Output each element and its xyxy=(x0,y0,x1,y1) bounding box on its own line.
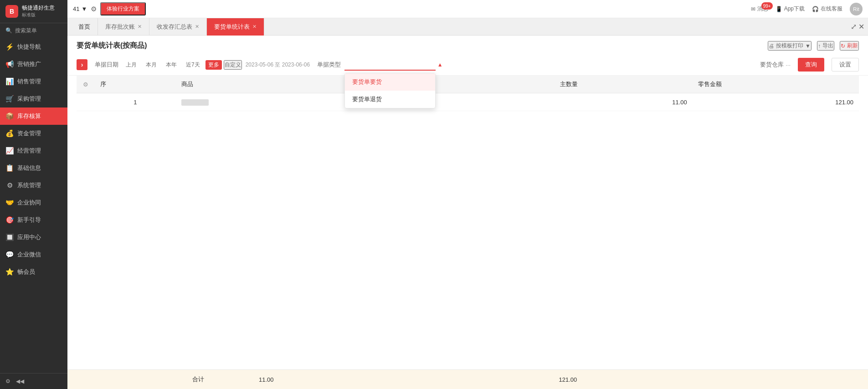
sidebar-item-operations[interactable]: 📈 经营管理 xyxy=(0,142,67,159)
sidebar-item-label: 快捷导航 xyxy=(17,43,41,51)
user-name: Rit xyxy=(853,6,859,12)
page-header: 要货单统计表(按商品) 🖨 按模板打印 ▼ ↑ 导出 ↻ 刷新 xyxy=(67,36,868,54)
set-button[interactable]: 设置 xyxy=(832,58,859,72)
page-title: 要货单统计表(按商品) xyxy=(77,41,147,51)
export-icon: ↑ xyxy=(818,43,821,49)
type-filter-arrow-icon[interactable]: ▲ xyxy=(437,61,443,68)
message-badge: 99+ xyxy=(761,2,773,10)
type-filter-label: 单据类型 xyxy=(317,61,341,69)
sidebar-item-label: 采购管理 xyxy=(17,95,41,103)
type-filter-input[interactable] xyxy=(344,59,436,71)
date-range-display: 2023-05-06 至 2023-06-06 xyxy=(246,61,310,69)
user-avatar[interactable]: Rit xyxy=(850,3,863,15)
sidebar-item-label: 经营管理 xyxy=(17,147,41,155)
tab-receive-summary-close[interactable]: ✕ xyxy=(195,24,199,30)
date-more-btn[interactable]: 更多 xyxy=(205,60,222,70)
sidebar-item-quick-nav[interactable]: ⚡ 快捷导航 xyxy=(0,38,67,56)
table-row: 1 块 11.00 121.00 xyxy=(77,93,859,111)
dropdown-item-order-in[interactable]: 要货单要货 xyxy=(345,73,435,91)
tab-close-all-icon[interactable]: ✕ xyxy=(858,22,864,31)
sidebar-search-label: 搜索菜单 xyxy=(15,27,37,35)
sidebar-item-wechat[interactable]: 💬 企业微信 xyxy=(0,246,67,263)
col-settings[interactable]: ⚙ xyxy=(77,76,95,93)
app-center-icon: 🔲 xyxy=(5,233,14,241)
sidebar-settings-icon[interactable]: ⚙ xyxy=(5,378,10,384)
promo-button[interactable]: 体验行业方案 xyxy=(100,2,146,15)
sidebar-item-label: 畅会员 xyxy=(17,268,35,276)
warehouse-more-icon[interactable]: ··· xyxy=(786,61,791,68)
tab-order-stats[interactable]: 要货单统计表 ✕ xyxy=(207,18,264,36)
template-chevron-icon: ▼ xyxy=(805,43,811,49)
marketing-icon: 📢 xyxy=(5,60,14,68)
sidebar-item-guide[interactable]: 🎯 新手引导 xyxy=(0,211,67,229)
sidebar-item-label: 库存核算 xyxy=(17,112,41,120)
export-button[interactable]: ↑ 导出 xyxy=(817,41,834,51)
query-button[interactable]: 查询 xyxy=(798,58,824,72)
tab-batch-account[interactable]: 库存批次账 ✕ xyxy=(98,18,149,36)
warehouse-filter-group: 要货仓库 ··· xyxy=(760,61,791,69)
date-filter-options: 上月 本月 本年 近7天 更多 自定义 xyxy=(122,60,242,70)
sidebar-item-system[interactable]: ⚙ 系统管理 xyxy=(0,177,67,194)
sidebar-collapse-button[interactable]: ◀◀ xyxy=(16,378,24,384)
sidebar-item-finance[interactable]: 💰 资金管理 xyxy=(0,125,67,142)
data-table: ⚙ 序 商品 主计量单位 主数量 零售金额 1 xyxy=(77,76,859,111)
row-settings-cell xyxy=(77,93,95,111)
date-7days-btn[interactable]: 近7天 xyxy=(182,60,204,70)
footer-total-label: 合计 xyxy=(113,375,213,384)
store-selector[interactable]: 41 ▼ xyxy=(73,5,87,12)
sidebar-item-collab[interactable]: 🤝 企业协同 xyxy=(0,194,67,211)
refresh-button[interactable]: ↻ 刷新 xyxy=(840,41,859,51)
wechat-icon: 💬 xyxy=(5,251,14,259)
app-download-button[interactable]: 📱 App下载 xyxy=(776,5,805,13)
date-custom-btn[interactable]: 自定义 xyxy=(224,60,242,70)
sidebar-item-vip[interactable]: ⭐ 畅会员 xyxy=(0,263,67,281)
message-button[interactable]: ✉ 消息 99+ xyxy=(751,5,768,13)
row-qty-cell: 11.00 xyxy=(555,93,693,111)
logo-title: 畅捷通好生意 xyxy=(22,5,55,12)
topbar-settings-icon[interactable]: ⚙ xyxy=(91,5,97,13)
tab-home[interactable]: 首页 xyxy=(71,18,98,36)
table-footer: 合计 11.00 121.00 xyxy=(67,369,868,389)
sidebar-items: ⚡ 快捷导航 📢 营销推广 📊 销售管理 🛒 采购管理 📦 库存核算 💰 资金管… xyxy=(0,38,67,373)
sidebar-item-sales[interactable]: 📊 销售管理 xyxy=(0,73,67,90)
type-filter-group: 单据类型 ▲ 要货单要货 要货单退货 xyxy=(317,59,753,71)
topbar-left: 41 ▼ ⚙ 体验行业方案 xyxy=(73,2,747,15)
col-product: 商品 xyxy=(176,76,360,93)
sidebar-search[interactable]: 🔍 搜索菜单 xyxy=(0,23,67,38)
dropdown-item-order-return[interactable]: 要货单退货 xyxy=(345,91,435,108)
basic-info-icon: 📋 xyxy=(5,164,14,172)
footer-qty: 11.00 xyxy=(259,376,559,383)
template-print-button[interactable]: 🖨 按模板打印 ▼ xyxy=(768,41,812,51)
operations-icon: 📈 xyxy=(5,147,14,155)
store-dropdown-icon: ▼ xyxy=(81,5,87,12)
service-button[interactable]: 🎧 在线客服 xyxy=(812,5,842,13)
tab-expand-icon[interactable]: ⤢ xyxy=(851,22,857,31)
table-body: 1 块 11.00 121.00 xyxy=(77,93,859,111)
footer-amount: 121.00 xyxy=(559,376,859,383)
filter-toggle-button[interactable]: › xyxy=(77,59,87,70)
tab-batch-account-close[interactable]: ✕ xyxy=(138,24,142,30)
sidebar-item-inventory[interactable]: 📦 库存核算 xyxy=(0,107,67,125)
date-this-month-btn[interactable]: 本月 xyxy=(142,60,160,70)
date-this-year-btn[interactable]: 本年 xyxy=(162,60,180,70)
tab-receive-summary-label: 收发存汇总表 xyxy=(157,23,192,31)
date-last-month-btn[interactable]: 上月 xyxy=(122,60,140,70)
sidebar-item-label: 新手引导 xyxy=(17,216,41,224)
inventory-icon: 📦 xyxy=(5,112,14,120)
sidebar-item-marketing[interactable]: 📢 营销推广 xyxy=(0,56,67,73)
sidebar-item-purchase[interactable]: 🛒 采购管理 xyxy=(0,90,67,107)
tab-batch-account-label: 库存批次账 xyxy=(105,23,135,31)
service-icon: 🎧 xyxy=(812,6,819,12)
sidebar-item-app-center[interactable]: 🔲 应用中心 xyxy=(0,229,67,246)
tab-order-stats-close[interactable]: ✕ xyxy=(252,24,257,30)
sidebar-item-label: 销售管理 xyxy=(17,77,41,86)
print-icon: 🖨 xyxy=(769,43,774,49)
date-filter-group: 单据日期 上月 本月 本年 近7天 更多 自定义 2023-05-06 至 20… xyxy=(95,60,310,70)
sidebar-item-basic-info[interactable]: 📋 基础信息 xyxy=(0,159,67,177)
page-content: 要货单统计表(按商品) 🖨 按模板打印 ▼ ↑ 导出 ↻ 刷新 › xyxy=(67,36,868,389)
store-id: 41 xyxy=(73,5,79,12)
tab-receive-summary[interactable]: 收发存汇总表 ✕ xyxy=(149,18,207,36)
col-qty: 主数量 xyxy=(555,76,693,93)
system-icon: ⚙ xyxy=(5,181,14,189)
purchase-icon: 🛒 xyxy=(5,95,14,103)
